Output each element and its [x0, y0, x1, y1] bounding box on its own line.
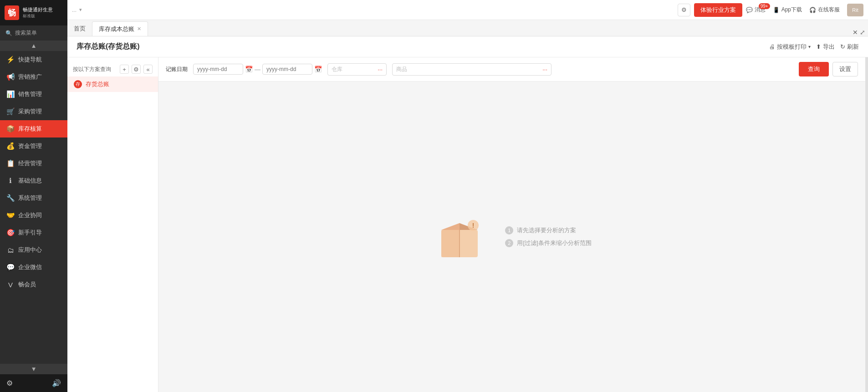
- sales-icon: 📊: [6, 90, 15, 98]
- newbie-icon: 🎯: [6, 229, 15, 237]
- sidebar-nav: ⚡ 快捷导航 📢 营销推广 📊 销售管理 🛒 采购管理 📦 库存核算 💰 资金管…: [0, 51, 67, 364]
- scroll-down-btn[interactable]: ▼: [0, 364, 67, 374]
- inventory-icon: 📦: [6, 125, 15, 133]
- filter-bar: 记账日期 📅 — 📅 仓库 ··· 商品 ··· 查询: [158, 57, 865, 81]
- sidebar-item-quick-nav[interactable]: ⚡ 快捷导航: [0, 51, 67, 68]
- warehouse-more-icon[interactable]: ···: [378, 66, 383, 73]
- sidebar-item-label: 畅会员: [18, 280, 36, 289]
- calendar-start-icon[interactable]: 📅: [245, 66, 253, 73]
- sidebar-item-label: 企业微信: [18, 263, 42, 271]
- empty-state: ! 1 请先选择要分析的方案 2 用[过滤]条件来缩小分析范围: [158, 81, 865, 392]
- date-end-input[interactable]: [262, 64, 312, 75]
- sidebar-item-label: 新手引导: [18, 229, 42, 237]
- calendar-end-icon[interactable]: 📅: [314, 66, 322, 73]
- date-dash: —: [255, 66, 260, 73]
- filter-item-label: 存货总账: [86, 80, 109, 88]
- sidebar-item-label: 库存核算: [18, 125, 42, 133]
- online-support-btn[interactable]: 🎧 在线客服: [809, 6, 840, 14]
- message-icon: 💬: [746, 7, 753, 13]
- sidebar-item-newbie[interactable]: 🎯 新手引导: [0, 224, 67, 241]
- system-icon: 🔧: [6, 194, 15, 202]
- breadcrumb-arrow: ▾: [79, 7, 82, 13]
- sidebar-item-marketing[interactable]: 📢 营销推广: [0, 68, 67, 86]
- search-menu[interactable]: 🔍 搜索菜单: [0, 25, 67, 41]
- tab-inventory-cost[interactable]: 库存成本总账 ✕: [92, 21, 148, 36]
- svg-text:!: !: [472, 222, 475, 229]
- main-area: ... ▾ ⚙ 体验行业方案 💬 消息 99+ 📱 App下载 🎧 在线客服 R…: [67, 0, 868, 392]
- sidebar-item-enterprise[interactable]: 🤝 企业协同: [0, 207, 67, 224]
- search-menu-label: 搜索菜单: [15, 29, 37, 37]
- app-download-btn[interactable]: 📱 App下载: [773, 6, 802, 14]
- filter-item-inventory-ledger[interactable]: 存 存货总账: [67, 76, 158, 92]
- filter-settings-btn[interactable]: 设置: [832, 62, 858, 76]
- sidebar-item-system[interactable]: 🔧 系统管理: [0, 189, 67, 207]
- date-start-input[interactable]: [193, 64, 243, 75]
- logo-icon: 畅: [5, 5, 19, 20]
- sidebar-item-sales[interactable]: 📊 销售管理: [0, 86, 67, 103]
- tab-close-btn[interactable]: ✕: [137, 26, 141, 32]
- warehouse-select[interactable]: 仓库 ···: [327, 63, 387, 76]
- warehouse-label: 仓库: [332, 66, 342, 73]
- user-avatar[interactable]: Rit: [847, 4, 863, 16]
- sidebar-item-label: 销售管理: [18, 90, 42, 98]
- sidebar-item-inventory[interactable]: 📦 库存核算: [0, 120, 67, 137]
- sidebar-item-purchase[interactable]: 🛒 采购管理: [0, 103, 67, 120]
- sidebar-item-label: 系统管理: [18, 194, 42, 202]
- filter-panel: 按以下方案查询 + ⚙ « 存 存货总账: [67, 57, 158, 392]
- date-label: 记账日期: [166, 66, 188, 73]
- content-area: 按以下方案查询 + ⚙ « 存 存货总账: [67, 57, 868, 392]
- topbar-settings-btn[interactable]: ⚙: [678, 4, 690, 16]
- footer-settings-icon[interactable]: ⚙: [6, 379, 13, 387]
- query-btn[interactable]: 查询: [799, 62, 829, 76]
- tab-bar: 首页 库存成本总账 ✕ ✕ ⤢: [67, 20, 868, 36]
- phone-icon: 📱: [773, 7, 780, 13]
- product-more-icon[interactable]: ···: [542, 66, 547, 73]
- sidebar-item-label: 经营管理: [18, 159, 42, 168]
- enterprise-icon: 🤝: [6, 211, 15, 219]
- empty-hint-2: 2 用[过滤]条件来缩小分析范围: [505, 239, 591, 247]
- sidebar-item-wechat[interactable]: 💬 企业微信: [0, 259, 67, 276]
- svg-rect-1: [441, 230, 460, 257]
- tab-home[interactable]: 首页: [67, 21, 92, 36]
- date-range-input: 📅 — 📅: [193, 64, 322, 75]
- print-btn[interactable]: 🖨 按模板打印 ▾: [769, 43, 811, 51]
- footer-audio-icon[interactable]: 🔊: [52, 379, 61, 387]
- sidebar-footer: ⚙ 🔊: [0, 374, 67, 392]
- hint-num-2: 2: [505, 239, 513, 247]
- topbar: ... ▾ ⚙ 体验行业方案 💬 消息 99+ 📱 App下载 🎧 在线客服 R…: [67, 0, 868, 20]
- app-name: 畅捷通好生意: [23, 6, 53, 13]
- user-name: Rit: [852, 7, 858, 13]
- refresh-label: 刷新: [847, 43, 859, 51]
- hint-num-1: 1: [505, 226, 513, 234]
- product-select[interactable]: 商品 ···: [392, 63, 551, 76]
- resize-handle[interactable]: [865, 57, 868, 392]
- sidebar-item-operations[interactable]: 📋 经营管理: [0, 155, 67, 172]
- tab-panel-expand-btn[interactable]: ⤢: [860, 29, 865, 36]
- export-icon: ⬆: [816, 43, 821, 50]
- sidebar-item-label: 应用中心: [18, 246, 42, 254]
- sidebar-item-basic-info[interactable]: ℹ 基础信息: [0, 172, 67, 189]
- filter-add-btn[interactable]: +: [120, 65, 129, 74]
- export-btn[interactable]: ⬆ 导出: [816, 43, 835, 51]
- sidebar-item-finance[interactable]: 💰 资金管理: [0, 137, 67, 155]
- industry-btn[interactable]: 体验行业方案: [694, 3, 742, 17]
- tab-panel-close-btn[interactable]: ✕: [853, 29, 858, 36]
- refresh-btn[interactable]: ↻ 刷新: [840, 43, 859, 51]
- empty-text: 1 请先选择要分析的方案 2 用[过滤]条件来缩小分析范围: [505, 226, 591, 247]
- filter-settings-btn[interactable]: ⚙: [132, 65, 141, 74]
- finance-icon: 💰: [6, 142, 15, 150]
- message-badge: 99+: [759, 3, 770, 9]
- filter-header-label: 按以下方案查询: [73, 66, 111, 73]
- print-arrow: ▾: [808, 44, 811, 49]
- print-label: 按模板打印: [777, 43, 807, 51]
- tab-home-label: 首页: [74, 25, 86, 33]
- sidebar-item-member[interactable]: V 畅会员: [0, 276, 67, 293]
- gear-icon: ⚙: [681, 6, 687, 13]
- search-icon: 🔍: [5, 30, 12, 36]
- sidebar-item-label: 营销推广: [18, 73, 42, 81]
- filter-collapse-btn[interactable]: «: [143, 65, 153, 74]
- scroll-up-btn[interactable]: ▲: [0, 41, 67, 51]
- message-btn[interactable]: 💬 消息 99+: [746, 6, 766, 14]
- member-icon: V: [6, 281, 15, 289]
- sidebar-item-app-center[interactable]: 🗂 应用中心: [0, 241, 67, 259]
